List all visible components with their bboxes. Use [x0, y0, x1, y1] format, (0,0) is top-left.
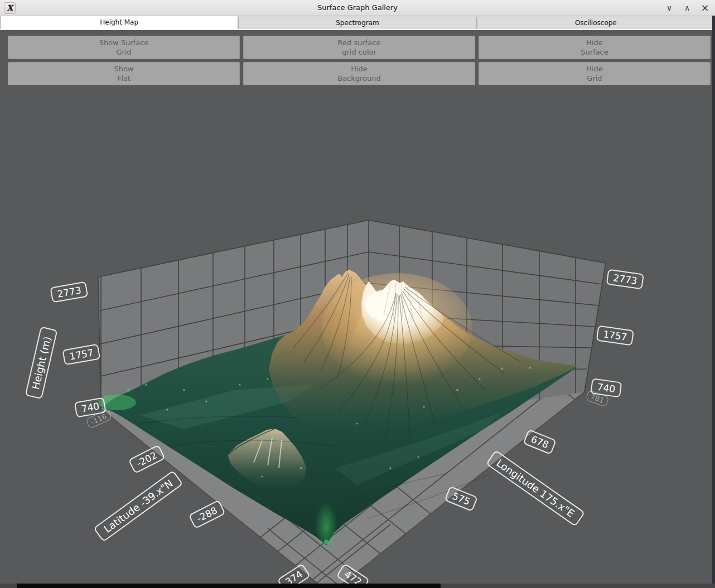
close-icon[interactable]: × — [700, 0, 709, 16]
toolbar: Show Surface Grid Red surface grid color… — [8, 36, 711, 85]
tab-bar: Height Map Spectrogram Oscilloscope — [0, 16, 715, 30]
button-label-line2: Background — [244, 74, 475, 83]
tab-spectrogram[interactable]: Spectrogram — [238, 17, 476, 29]
button-label-line1: Hide — [479, 38, 710, 47]
button-label-line1: Hide — [244, 64, 475, 74]
green-accent-front — [315, 502, 337, 552]
button-label-line1: Show Surface — [8, 38, 239, 47]
minimize-icon[interactable]: ∨ — [665, 0, 674, 16]
hide-background-button[interactable]: Hide Background — [243, 62, 475, 85]
button-label-line1: Hide — [479, 64, 710, 74]
button-label-line2: Grid — [479, 74, 710, 83]
green-accent-left — [98, 395, 136, 410]
button-label-line2: Flat — [8, 74, 239, 83]
titlebar: X Surface Graph Gallery ∨ ∧ × — [0, 0, 715, 16]
button-label-line2: Grid — [8, 47, 239, 57]
button-label-line1: Show — [8, 64, 239, 74]
show-surface-grid-button[interactable]: Show Surface Grid — [8, 36, 240, 59]
tab-oscilloscope[interactable]: Oscilloscope — [477, 17, 715, 29]
hide-surface-button[interactable]: Hide Surface — [479, 36, 711, 59]
hide-grid-button[interactable]: Hide Grid — [479, 62, 711, 85]
surface-3d-view[interactable] — [0, 0, 715, 588]
screen-edge-right — [712, 16, 715, 588]
tab-height-map[interactable]: Height Map — [0, 16, 238, 29]
show-flat-button[interactable]: Show Flat — [8, 62, 240, 85]
background-window-strip — [17, 584, 441, 588]
maximize-icon[interactable]: ∧ — [683, 0, 692, 16]
app-window: 2773 1757 740 -116 Height (m) 2773 1757 … — [0, 0, 715, 588]
button-label-line2: grid color — [244, 47, 475, 57]
button-label-line1: Red surface — [244, 38, 475, 47]
red-surface-grid-color-button[interactable]: Red surface grid color — [243, 36, 475, 59]
button-label-line2: Surface — [479, 47, 710, 57]
window-controls: ∨ ∧ × — [665, 0, 709, 16]
window-title: Surface Graph Gallery — [0, 0, 715, 16]
